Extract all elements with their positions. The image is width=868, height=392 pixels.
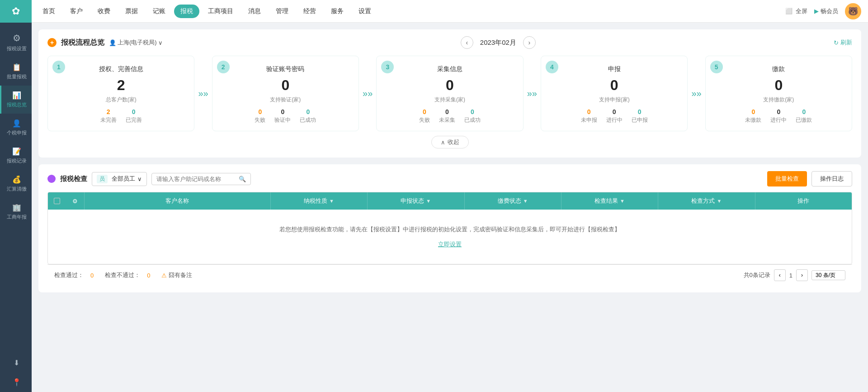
nav-manage[interactable]: 管理 xyxy=(269,5,295,18)
step-3-card: 3 采集信息 0 支持采集(家) 0 失败 0 未采集 0 已成功 xyxy=(376,56,523,131)
step-5-label: 支持缴款(家) xyxy=(712,96,845,104)
sidebar-item-batch-tax[interactable]: 📋 批量报税 xyxy=(0,57,32,86)
sidebar-item-annual-settlement[interactable]: 💰 汇算清缴 xyxy=(0,170,32,198)
arrow-1: »» xyxy=(194,56,212,131)
search-icon[interactable]: 🔍 xyxy=(239,176,246,182)
sidebar-item-tax-overview[interactable]: 📊 报税总览 xyxy=(0,86,32,114)
process-overview-card: + 报税流程总览 👤 上海(电子税局) ∨ ‹ 2023年02月 › ↻ 刷新 … xyxy=(38,29,861,158)
select-all-checkbox[interactable] xyxy=(54,198,60,204)
step-5-sub-2: 0 已缴款 xyxy=(796,108,812,124)
nav-right-area: ⬜ 全屏 ▶ 畅会员 🐻 xyxy=(785,3,868,19)
step-1-sub-1-label: 已完善 xyxy=(126,116,142,124)
nav-bookkeeping[interactable]: 记账 xyxy=(146,5,172,18)
fail-count[interactable]: 0 xyxy=(147,272,150,279)
nav-tax[interactable]: 报税 xyxy=(174,5,199,18)
filter-icon-1[interactable]: ▼ xyxy=(329,198,334,204)
step-2-sub-1-num: 0 xyxy=(281,108,284,115)
nav-invoice[interactable]: 票据 xyxy=(119,5,144,18)
step-1-subs: 2 未完善 0 已完善 xyxy=(55,108,187,124)
step-1-sub-0-label: 未完善 xyxy=(100,116,117,124)
chevron-down-icon: ∨ xyxy=(137,176,142,182)
step-3-subs: 0 失败 0 未采集 0 已成功 xyxy=(383,108,516,124)
step-5-sub-1-num: 0 xyxy=(777,108,780,115)
step-3-sub-1-label: 未采集 xyxy=(439,116,455,124)
next-month-button[interactable]: › xyxy=(523,36,536,49)
search-input[interactable] xyxy=(156,176,236,182)
nav-customer[interactable]: 客户 xyxy=(64,5,89,18)
fullscreen-button[interactable]: ⬜ 全屏 xyxy=(785,7,807,15)
step-1-count: 2 xyxy=(55,77,187,94)
step-5-sub-0-num: 0 xyxy=(751,108,755,115)
collapse-icon: ∧ xyxy=(441,139,445,146)
chevron-down-icon: ∨ xyxy=(158,39,163,46)
step-3-sub-0-label: 失败 xyxy=(419,116,430,124)
table-header: ⚙ 客户名称 纳税性质 ▼ 申报状态 ▼ 缴费状态 ▼ 检查 xyxy=(48,192,852,210)
nav-home[interactable]: 首页 xyxy=(36,5,61,18)
step-5-card: 5 缴款 0 支持缴款(家) 0 未缴款 0 进行中 0 已缴款 xyxy=(705,56,852,131)
step-2-card: 2 验证账号密码 0 支持验证(家) 0 失败 0 验证中 0 已成功 xyxy=(212,56,359,131)
refresh-icon: ↻ xyxy=(834,39,839,46)
user-avatar[interactable]: 🐻 xyxy=(845,3,861,19)
filter-icon-5[interactable]: ▼ xyxy=(717,198,722,204)
step-2-sub-0: 0 失败 xyxy=(255,108,265,124)
process-title-icon: + xyxy=(47,38,57,47)
setup-link[interactable]: 立即设置 xyxy=(438,239,462,249)
step-1-card: 1 授权、完善信息 2 总客户数(家) 2 未完善 0 已完善 xyxy=(47,56,194,131)
sidebar-item-personal-tax[interactable]: 👤 个税申报 xyxy=(0,114,32,142)
nav-operate[interactable]: 经营 xyxy=(297,5,322,18)
collapse-button[interactable]: ∧ 收起 xyxy=(431,136,469,148)
prev-month-button[interactable]: ‹ xyxy=(461,36,473,49)
sidebar-item-business-annual[interactable]: 🏢 工商年报 xyxy=(0,198,32,226)
nav-business[interactable]: 工商项目 xyxy=(202,5,240,18)
arrow-4: »» xyxy=(688,56,705,131)
sidebar-item-tax-records[interactable]: 📝 报税记录 xyxy=(0,142,32,170)
th-checkbox[interactable] xyxy=(48,192,66,210)
step-2-sub-2: 0 已成功 xyxy=(300,108,316,124)
th-customer-name: 客户名称 xyxy=(84,192,270,210)
nav-service[interactable]: 服务 xyxy=(325,5,350,18)
refresh-button[interactable]: ↻ 刷新 xyxy=(834,38,852,47)
filter-icon-3[interactable]: ▼ xyxy=(523,198,528,204)
step-3-sub-1-num: 0 xyxy=(445,108,449,115)
check-title-icon xyxy=(47,175,56,183)
step-2-title: 验证账号密码 xyxy=(219,65,352,73)
th-settings[interactable]: ⚙ xyxy=(66,192,84,210)
step-4-sub-2-num: 0 xyxy=(638,108,642,115)
operation-log-button[interactable]: 操作日志 xyxy=(811,171,852,186)
tax-overview-icon: 📊 xyxy=(12,91,21,100)
filter-icon-2[interactable]: ▼ xyxy=(426,198,431,204)
table-footer: 检查通过： 0 检查不通过： 0 ⚠ 囧有备注 共0条记录 ‹ 1 › 30 条… xyxy=(47,264,852,286)
sidebar-item-location[interactable]: 📍 xyxy=(0,373,32,392)
employee-tag: 员 xyxy=(97,175,108,183)
batch-check-button[interactable]: 批量检查 xyxy=(767,171,807,186)
step-5-sub-2-num: 0 xyxy=(802,108,806,115)
sidebar-item-download[interactable]: ⬇ xyxy=(0,353,32,373)
step-5-sub-2-label: 已缴款 xyxy=(796,116,812,124)
vip-button[interactable]: ▶ 畅会员 xyxy=(814,7,838,15)
step-2-sub-1: 0 验证中 xyxy=(274,108,291,124)
per-page-select[interactable]: 30 条/页 xyxy=(811,270,845,280)
step-4-sub-0-label: 未申报 xyxy=(581,116,597,124)
next-page-button[interactable]: › xyxy=(796,269,808,281)
step-4-title: 申报 xyxy=(548,65,680,73)
nav-menu: 首页 客户 收费 票据 记账 报税 工商项目 消息 管理 经营 服务 设置 xyxy=(32,5,785,18)
step-2-sub-0-num: 0 xyxy=(258,108,262,115)
step-3-sub-2: 0 已成功 xyxy=(464,108,481,124)
sidebar-item-tax-settings[interactable]: ⚙ 报税设置 xyxy=(0,27,32,57)
step-4-sub-1-label: 进行中 xyxy=(606,116,623,124)
nav-fee[interactable]: 收费 xyxy=(91,5,117,18)
location-tag[interactable]: 👤 上海(电子税局) ∨ xyxy=(109,38,163,47)
filter-icon-4[interactable]: ▼ xyxy=(620,198,625,204)
prev-page-button[interactable]: ‹ xyxy=(774,269,786,281)
pass-count[interactable]: 0 xyxy=(90,272,94,279)
vip-icon: ▶ xyxy=(814,8,819,14)
step-4-card: 4 申报 0 支持申报(家) 0 未申报 0 进行中 0 已申报 xyxy=(541,56,688,131)
annual-settlement-icon: 💰 xyxy=(12,175,21,184)
nav-settings[interactable]: 设置 xyxy=(352,5,377,18)
download-icon: ⬇ xyxy=(14,359,19,367)
nav-message[interactable]: 消息 xyxy=(242,5,267,18)
step-2-sub-0-label: 失败 xyxy=(255,116,265,124)
step-1-sub-1: 0 已完善 xyxy=(126,108,142,124)
step-4-number: 4 xyxy=(546,61,558,73)
employee-select[interactable]: 员 全部员工 ∨ xyxy=(92,172,147,186)
